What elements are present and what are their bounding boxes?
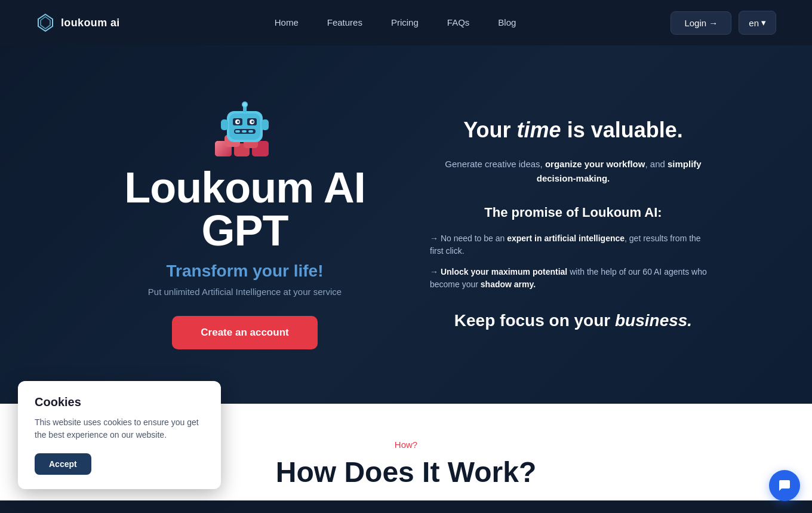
svg-point-15 — [251, 121, 254, 123]
cookie-title: Cookies — [35, 395, 204, 409]
svg-rect-19 — [248, 130, 253, 133]
promise-item-1: → No need to be an expert in artificial … — [430, 232, 716, 257]
svg-rect-17 — [235, 130, 240, 133]
logo[interactable]: loukoum ai — [36, 13, 120, 32]
cookie-text: This website uses cookies to ensure you … — [35, 416, 204, 441]
cookie-banner: Cookies This website uses cookies to ens… — [18, 381, 221, 489]
create-account-button[interactable]: Create an account — [172, 316, 317, 349]
value-title-pre: Your — [463, 118, 516, 142]
nav-features[interactable]: Features — [327, 17, 362, 27]
navbar: loukoum ai Home Features Pricing FAQs Bl… — [0, 0, 812, 45]
hero-section: Loukoum AI GPT Transform your life! Put … — [0, 45, 812, 404]
value-proposition-title: Your time is valuable. — [430, 117, 716, 143]
nav-blog[interactable]: Blog — [498, 17, 516, 27]
accept-cookies-button[interactable]: Accept — [35, 453, 91, 475]
hero-title: Loukoum AI GPT — [96, 166, 394, 252]
chevron-down-icon: ▾ — [761, 17, 766, 28]
svg-rect-24 — [262, 119, 269, 130]
promise-title: The promise of Loukoum AI: — [430, 205, 716, 220]
chat-bubble-button[interactable] — [769, 470, 800, 501]
logo-text: loukoum ai — [61, 17, 120, 29]
hero-left: Loukoum AI GPT Transform your life! Put … — [96, 100, 394, 349]
language-selector[interactable]: en ▾ — [739, 11, 776, 35]
nav-pricing[interactable]: Pricing — [391, 17, 419, 27]
value-title-italic: time — [517, 118, 561, 142]
svg-point-14 — [237, 121, 239, 123]
login-button[interactable]: Login → — [670, 11, 731, 35]
nav-home[interactable]: Home — [275, 17, 299, 27]
value-title-post: is valuable. — [561, 118, 683, 142]
nav-right: Login → en ▾ — [670, 11, 776, 35]
nav-faqs[interactable]: FAQs — [447, 17, 470, 27]
hero-desc: Put unlimited Artificial Intelligence at… — [148, 287, 342, 297]
keep-focus-text: Keep focus on your business. — [430, 310, 716, 331]
svg-rect-9 — [229, 113, 260, 140]
promise-pre: The promise of — [484, 205, 582, 220]
promise-list: → No need to be an expert in artificial … — [430, 232, 716, 291]
nav-links: Home Features Pricing FAQs Blog — [275, 17, 516, 28]
promise-brand: Loukoum AI: — [582, 205, 662, 220]
mascot-image — [209, 100, 281, 166]
svg-marker-1 — [41, 17, 50, 29]
svg-rect-23 — [221, 119, 228, 130]
logo-icon — [36, 13, 55, 32]
hero-subtitle: Transform your life! — [167, 262, 324, 281]
lang-label: en — [749, 18, 759, 28]
promise-item-2: → Unlock your maximum potential with the… — [430, 266, 716, 291]
value-desc: Generate creative ideas, organize your w… — [430, 157, 716, 186]
hero-right: Your time is valuable. Generate creative… — [394, 117, 716, 332]
svg-rect-18 — [242, 130, 247, 133]
svg-point-22 — [243, 103, 247, 106]
chat-icon — [777, 478, 792, 493]
